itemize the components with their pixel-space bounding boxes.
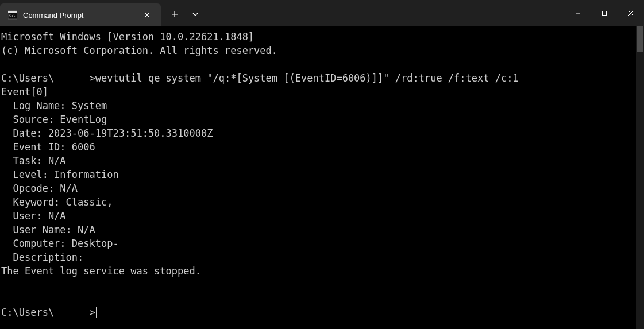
event-log-name: Log Name: System [1, 99, 635, 113]
computer-prefix: Computer: Desktop- [13, 237, 118, 250]
minimize-button[interactable] [565, 0, 591, 26]
text-cursor [96, 307, 97, 318]
prompt-suffix: > [90, 71, 95, 85]
new-tab-button[interactable] [164, 3, 185, 26]
window-controls [565, 0, 644, 26]
terminal-tab[interactable]: C:\ Command Prompt [0, 3, 161, 26]
command-line: C:\Users\>wevtutil qe system "/q:*[Syste… [1, 71, 635, 85]
event-description-label: Description: [1, 250, 635, 264]
blank-line [1, 57, 635, 71]
event-id: Event ID: 6006 [1, 140, 635, 154]
event-keyword: Keyword: Classic, [1, 195, 635, 209]
blank-line-3 [1, 292, 635, 305]
redacted-username-2 [54, 306, 89, 316]
terminal-area: Microsoft Windows [Version 10.0.22621.18… [0, 26, 644, 329]
svg-rect-3 [603, 11, 607, 16]
svg-rect-1 [8, 11, 17, 13]
copyright-line: (c) Microsoft Corporation. All rights re… [1, 44, 635, 57]
event-user: User: N/A [1, 209, 635, 223]
event-description-text: The Event log service was stopped. [1, 264, 635, 278]
event-computer: Computer: Desktop- [1, 237, 635, 250]
window-close-button[interactable] [618, 0, 644, 26]
scrollbar-thumb[interactable] [637, 26, 643, 52]
event-source: Source: EventLog [1, 113, 635, 126]
event-username: User Name: N/A [1, 223, 635, 237]
redacted-computer [119, 237, 172, 247]
svg-text:C:\: C:\ [9, 13, 16, 17]
prompt-prefix: C:\Users\ [1, 71, 54, 85]
prompt-suffix-2: > [90, 305, 95, 319]
event-opcode: Opcode: N/A [1, 181, 635, 195]
vertical-scrollbar[interactable] [636, 26, 644, 329]
event-date: Date: 2023-06-19T23:51:50.3310000Z [1, 126, 635, 140]
command-text: wevtutil qe system "/q:*[System [(EventI… [95, 71, 519, 85]
os-version-line: Microsoft Windows [Version 10.0.22621.18… [1, 30, 635, 44]
maximize-button[interactable] [591, 0, 618, 26]
tab-close-button[interactable] [141, 9, 153, 21]
tab-dropdown-button[interactable] [185, 3, 206, 26]
redacted-username [54, 72, 89, 82]
event-task: Task: N/A [1, 154, 635, 168]
current-prompt: C:\Users\> [1, 305, 635, 319]
terminal-output[interactable]: Microsoft Windows [Version 10.0.22621.18… [0, 26, 636, 329]
event-level: Level: Information [1, 168, 635, 181]
cmd-icon: C:\ [8, 10, 17, 20]
blank-line-2 [1, 278, 635, 292]
tab-title-label: Command Prompt [23, 11, 136, 20]
window-titlebar: C:\ Command Prompt [0, 0, 644, 26]
event-header: Event[0] [1, 85, 635, 99]
prompt-prefix-2: C:\Users\ [1, 305, 54, 319]
titlebar-drag-region[interactable] [206, 0, 565, 26]
